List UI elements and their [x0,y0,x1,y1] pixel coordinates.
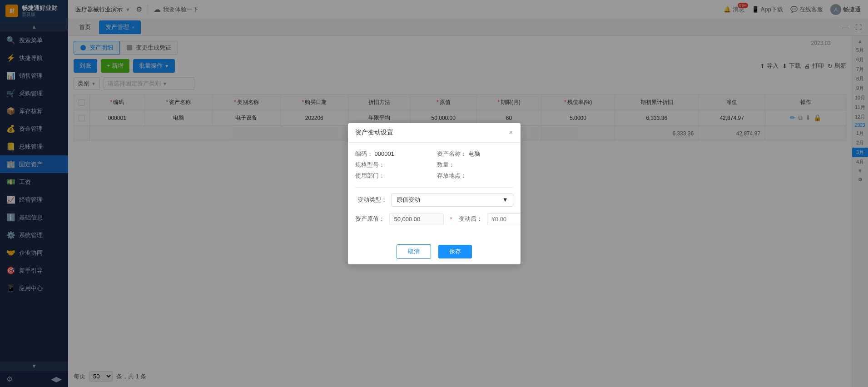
modal-quantity-label: 数量： [437,161,455,169]
modal-change-type-label: 变动类型： [355,196,387,204]
modal-change-type-field: 变动类型： 原值变动 ▼ [355,193,513,207]
modal-title: 资产变动设置 [355,129,393,137]
modal-code-item: 编码： 000001 [355,150,432,158]
modal-body: 编码： 000001 资产名称： 电脑 规格型号： 数量： 使用部门： [348,143,521,239]
modal-spec-item: 规格型号： [355,161,432,169]
modal-after-input[interactable] [487,213,521,225]
modal-info-grid: 编码： 000001 资产名称： 电脑 规格型号： 数量： 使用部门： [355,150,513,180]
modal-asset-value-field: 资产原值： 50,000.00 * 变动后： [355,213,513,225]
modal-quantity-item: 数量： [437,161,513,169]
asset-change-modal: 资产变动设置 × 编码： 000001 资产名称： 电脑 规格型号： 数量： [348,123,521,264]
modal-asset-value: 50,000.00 [389,213,444,225]
modal-code-value: 000001 [375,150,394,157]
modal-overlay: 资产变动设置 × 编码： 000001 资产名称： 电脑 规格型号： 数量： [0,0,868,387]
modal-dept-label: 使用部门： [355,172,385,180]
modal-asset-name-value: 电脑 [468,150,480,158]
save-button[interactable]: 保存 [438,245,472,258]
modal-location-label: 存放地点： [437,172,466,180]
modal-after-label: 变动后： [459,215,482,223]
modal-location-item: 存放地点： [437,172,513,180]
modal-asset-value-label: 资产原值： [355,215,385,223]
cancel-button[interactable]: 取消 [397,244,431,259]
modal-close-btn[interactable]: × [509,129,513,137]
modal-footer: 取消 保存 [348,239,521,264]
change-type-arrow: ▼ [502,196,508,203]
modal-asset-name-item: 资产名称： 电脑 [437,150,513,158]
change-type-select[interactable]: 原值变动 ▼ [392,193,513,207]
modal-spec-label: 规格型号： [355,161,385,169]
required-star: * [450,216,452,223]
modal-asset-name-label: 资产名称： [437,150,466,158]
modal-header: 资产变动设置 × [348,123,521,143]
modal-code-label: 编码： [355,150,373,158]
modal-divider [355,187,513,188]
modal-dept-item: 使用部门： [355,172,432,180]
change-type-value: 原值变动 [397,196,420,204]
